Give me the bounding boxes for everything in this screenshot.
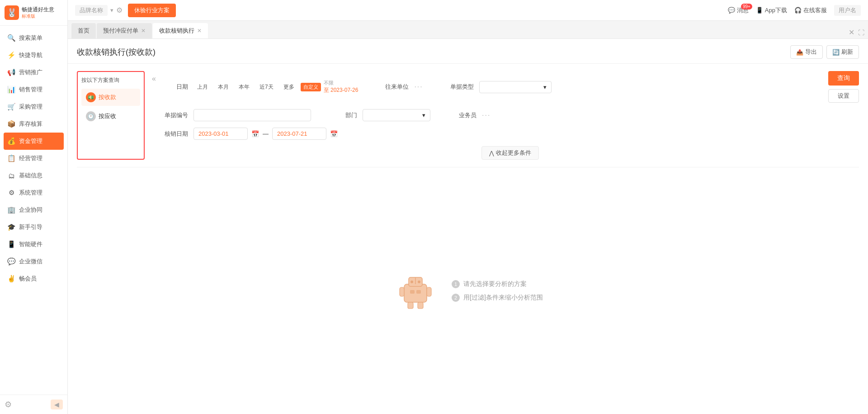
sidebar-label-basic: 基础信息 (19, 171, 42, 180)
basic-icon: 🗂 (7, 172, 15, 180)
topbar-right: 💬 消息 99+ 📱 App下载 🎧 在线客服 用户名 (728, 5, 861, 16)
collapse-label: 收起更多条件 (496, 149, 531, 157)
sidebar-label-guide: 新手引导 (19, 223, 42, 231)
app-download-item[interactable]: 📱 App下载 (756, 6, 787, 14)
this-year-btn[interactable]: 本年 (235, 82, 253, 92)
sidebar-item-business[interactable]: 📋经营管理 (0, 150, 67, 167)
purchase-icon: 🛒 (7, 103, 15, 111)
sidebar-label-inventory: 库存核算 (19, 120, 42, 128)
sidebar-label-member: 畅会员 (19, 275, 37, 283)
topbar: 品牌名称 ▾ ⚙ 休验行业方案 💬 消息 99+ 📱 App下载 🎧 在线客服 … (68, 0, 868, 21)
content-area: 收款核销执行(按收款) 📤 导出 🔄 刷新 按以下方案查询 💵 按收款 (68, 39, 868, 414)
page-title: 收款核销执行(按收款) (77, 47, 156, 57)
tip-num-1: 1 (452, 280, 460, 288)
empty-state: 1 请先选择要分析的方案 2 用[过滤]条件来缩小分析范围 (68, 167, 868, 414)
industry-btn[interactable]: 休验行业方案 (128, 4, 176, 17)
salesperson-input[interactable]: ··· (482, 111, 491, 119)
tab-prepay[interactable]: 预付冲应付单✕ (97, 23, 152, 38)
sidebar-item-guide[interactable]: 🎓新手引导 (0, 219, 67, 236)
this-month-btn[interactable]: 本月 (214, 82, 232, 92)
settings-topbar-icon[interactable]: ⚙ (116, 6, 123, 14)
message-item[interactable]: 💬 消息 99+ (728, 6, 749, 14)
more-date-btn[interactable]: 更多 (280, 82, 298, 92)
collapse-sidebar-btn[interactable]: ◀ (51, 400, 63, 409)
export-btn[interactable]: 📤 导出 (790, 45, 823, 59)
query-btn[interactable]: 查询 (828, 71, 859, 86)
date-group: 上月 本月 本年 近7天 更多 自定义 不限 至 2023-07-26 (193, 80, 358, 94)
sidebar-label-wechat: 企业微信 (19, 257, 42, 266)
export-icon: 📤 (796, 49, 803, 56)
sidebar-item-inventory[interactable]: 📦库存核算 (0, 115, 67, 133)
logo-text: 畅捷通好生意 标准版 (22, 6, 54, 19)
tab-label-home: 首页 (78, 27, 90, 35)
expand-tabs-icon[interactable]: ⛶ (858, 29, 864, 36)
dropdown-icon[interactable]: ▾ (110, 7, 113, 14)
filter-sidebar: 按以下方案查询 💵 按收款 🕐 按应收 (77, 71, 145, 160)
sidebar-item-hardware[interactable]: 📱智能硬件 (0, 236, 67, 253)
sidebar-item-member[interactable]: ✌畅会员 (0, 270, 67, 287)
doc-type-dropdown-icon: ▾ (543, 84, 547, 90)
hardware-icon: 📱 (7, 240, 15, 248)
sidebar-label-system: 系统管理 (19, 189, 42, 197)
sidebar-nav: 🔍搜索菜单⚡快捷导航📢营销推广📊销售管理🛒采购管理📦库存核算💰资金管理📋经营管理… (0, 26, 67, 395)
service-item[interactable]: 🎧 在线客服 (794, 6, 827, 14)
filter-row-3: 核销日期 📅 — 📅 (161, 128, 859, 140)
tab-label-prepay: 预付冲应付单 (103, 27, 138, 35)
filter-option-by-receipt[interactable]: 💵 按收款 (81, 89, 140, 106)
doc-type-select[interactable]: ▾ (479, 81, 552, 93)
tab-receipt[interactable]: 收款核销执行✕ (153, 23, 208, 38)
filter-option-receipt-label: 按收款 (99, 93, 116, 101)
sidebar-item-basic[interactable]: 🗂基础信息 (0, 167, 67, 184)
custom-date-badge: 自定义 (301, 83, 321, 91)
app-icon: 📱 (756, 7, 763, 14)
user-name: 用户名 (834, 5, 861, 16)
sidebar-item-purchase[interactable]: 🛒采购管理 (0, 98, 67, 115)
doc-no-input[interactable] (193, 109, 311, 121)
counterparty-input[interactable]: ··· (414, 83, 423, 91)
end-cal-icon[interactable]: 📅 (330, 130, 338, 138)
setting-btn[interactable]: 设置 (828, 89, 859, 103)
sidebar-item-finance[interactable]: 💰资金管理 (4, 133, 64, 150)
verify-start-input[interactable] (193, 128, 248, 140)
tab-close-receipt[interactable]: ✕ (197, 28, 202, 34)
sidebar-item-search[interactable]: 🔍搜索菜单 (0, 29, 67, 47)
close-all-tabs-icon[interactable]: ✕ (849, 28, 854, 37)
tab-label-receipt: 收款核销执行 (159, 27, 194, 35)
svg-rect-6 (416, 290, 421, 294)
tab-home[interactable]: 首页 (71, 23, 96, 38)
tab-close-prepay[interactable]: ✕ (141, 28, 146, 34)
svg-rect-10 (418, 302, 423, 309)
dept-select[interactable]: ▾ (363, 109, 430, 121)
filter-option-by-receivable[interactable]: 🕐 按应收 (81, 108, 140, 125)
sidebar-label-marketing: 营销推广 (19, 68, 42, 76)
sidebar-item-quick[interactable]: ⚡快捷导航 (0, 47, 67, 64)
sidebar-item-enterprise[interactable]: 🏢企业协同 (0, 201, 67, 219)
sidebar-item-wechat[interactable]: 💬企业微信 (0, 253, 67, 270)
svg-rect-0 (404, 284, 427, 302)
topbar-brand: 品牌名称 ▾ ⚙ (75, 5, 123, 16)
last-7days-btn[interactable]: 近7天 (256, 82, 277, 92)
dept-label: 部门 (330, 111, 357, 119)
service-label: 在线客服 (803, 6, 827, 14)
app-label: App下载 (765, 6, 787, 14)
main-content: 品牌名称 ▾ ⚙ 休验行业方案 💬 消息 99+ 📱 App下载 🎧 在线客服 … (68, 0, 868, 414)
filter-collapse-btn[interactable]: « (152, 71, 161, 160)
refresh-icon: 🔄 (832, 49, 840, 56)
sidebar-item-marketing[interactable]: 📢营销推广 (0, 64, 67, 81)
sidebar-item-sales[interactable]: 📊销售管理 (0, 81, 67, 98)
tabbar: 首页预付冲应付单✕收款核销执行✕✕⛶ (68, 21, 868, 39)
system-icon: ⚙ (7, 189, 15, 197)
start-cal-icon[interactable]: 📅 (251, 130, 259, 138)
refresh-btn[interactable]: 🔄 刷新 (826, 45, 859, 59)
doc-no-label: 单据编号 (161, 111, 188, 119)
topbar-left: 品牌名称 ▾ ⚙ 休验行业方案 (75, 4, 176, 17)
svg-rect-5 (410, 290, 415, 294)
settings-icon[interactable]: ⚙ (5, 400, 12, 409)
empty-tip-2: 2 用[过滤]条件来缩小分析范围 (452, 294, 543, 302)
verify-end-input[interactable] (272, 128, 326, 140)
last-month-btn[interactable]: 上月 (193, 82, 212, 92)
collapse-more-btn[interactable]: ⋀ 收起更多条件 (481, 146, 539, 160)
counterparty-label: 往来单位 (382, 83, 409, 91)
sidebar-item-system[interactable]: ⚙系统管理 (0, 184, 67, 201)
svg-rect-9 (408, 302, 413, 309)
